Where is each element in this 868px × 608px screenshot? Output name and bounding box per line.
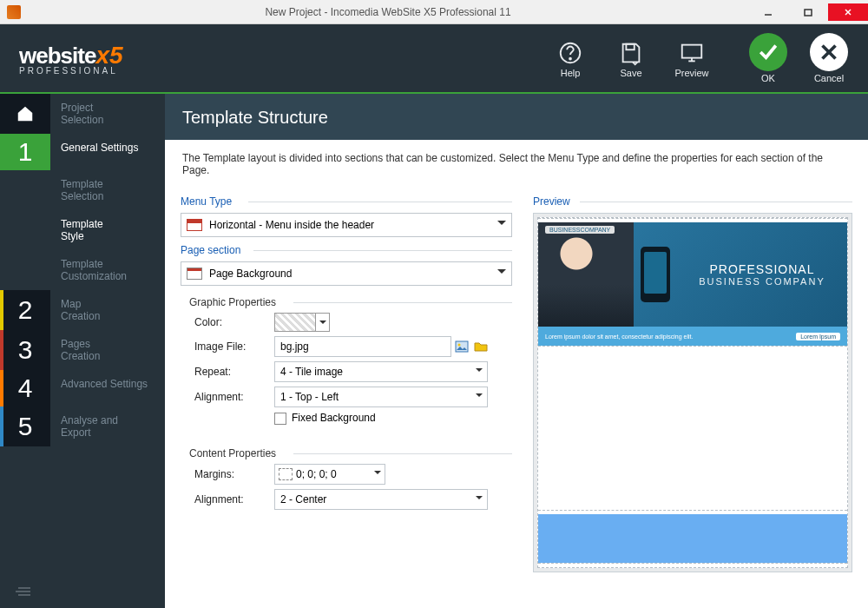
preview-label: Preview xyxy=(533,195,852,208)
svg-rect-15 xyxy=(456,341,468,352)
image-file-input[interactable] xyxy=(274,336,451,357)
sidebar-item-template-selection[interactable]: Template Selection xyxy=(50,170,114,210)
sidebar-item-map-creation[interactable]: Map Creation xyxy=(50,290,110,330)
window-close-button[interactable] xyxy=(828,3,868,21)
margins-label: Margins: xyxy=(194,468,274,480)
graphic-properties-group: Graphic Properties xyxy=(189,296,512,308)
preview-button[interactable]: Preview xyxy=(661,38,722,78)
page-section-icon xyxy=(187,268,202,280)
sidebar-item-pages-creation[interactable]: Pages Creation xyxy=(50,330,110,370)
sidebar-collapse-button[interactable] xyxy=(16,585,33,601)
repeat-select[interactable]: 4 - Tile image xyxy=(274,361,488,382)
step-number-3[interactable]: 3 xyxy=(0,330,50,370)
window-maximize-button[interactable] xyxy=(788,3,828,21)
color-label: Color: xyxy=(194,316,274,328)
app-icon xyxy=(7,5,21,19)
content-alignment-select[interactable]: 2 - Center xyxy=(274,489,488,510)
window-title: New Project - Incomedia WebSite X5 Profe… xyxy=(28,6,748,18)
page-title: Template Structure xyxy=(165,94,868,140)
save-button[interactable]: Save xyxy=(601,38,661,78)
content-alignment-label: Alignment: xyxy=(194,493,274,506)
monitor-icon xyxy=(661,38,722,68)
home-button[interactable] xyxy=(0,94,50,134)
menu-type-icon xyxy=(187,219,202,231)
fixed-background-checkbox[interactable]: Fixed Background xyxy=(274,412,488,425)
step-number-1[interactable]: 1 xyxy=(0,134,50,170)
close-icon xyxy=(810,33,848,71)
sidebar-item-analyse-export[interactable]: Analyse and Export xyxy=(50,406,128,446)
list-icon xyxy=(16,585,33,598)
window-minimize-button[interactable] xyxy=(748,3,788,21)
app-header: websitex5 PROFESSIONAL Help Save Preview… xyxy=(0,24,868,94)
svg-rect-1 xyxy=(805,10,812,16)
step-number-2[interactable]: 2 xyxy=(0,290,50,330)
preview-menubar: Lorem ipsum dolor sit amet, consectetur … xyxy=(538,327,847,346)
folder-icon xyxy=(474,340,488,354)
image-file-label: Image File: xyxy=(194,340,274,353)
step-sidebar: Project Selection 1 General Settings Tem… xyxy=(0,94,165,608)
svg-rect-6 xyxy=(626,44,634,50)
cancel-button[interactable]: Cancel xyxy=(799,33,859,83)
preview-footer xyxy=(538,514,847,563)
alignment-select[interactable]: 1 - Top - Left xyxy=(274,387,488,407)
preview-body xyxy=(538,350,847,510)
help-button[interactable]: Help xyxy=(540,38,601,78)
image-library-button[interactable] xyxy=(453,338,470,355)
color-picker[interactable] xyxy=(274,313,330,332)
sidebar-item-general-settings[interactable]: General Settings xyxy=(50,134,148,170)
margins-input[interactable]: 0; 0; 0; 0 xyxy=(274,464,385,485)
sidebar-item-template-style[interactable]: Template Style xyxy=(50,210,114,250)
margins-icon xyxy=(279,468,293,480)
preview-phone-image xyxy=(634,222,677,327)
content-properties-group: Content Properties xyxy=(189,447,512,459)
content-area: Template Structure The Template layout i… xyxy=(165,94,868,608)
sidebar-item-template-customization[interactable]: Template Customization xyxy=(50,250,137,290)
menu-type-label: Menu Type xyxy=(181,195,512,208)
sidebar-item-advanced-settings[interactable]: Advanced Settings xyxy=(50,370,158,406)
check-icon xyxy=(749,33,787,71)
preview-header: BUSINESSCOMPANY PROFESSIONALBUSINESS COM… xyxy=(538,222,847,327)
app-logo: websitex5 PROFESSIONAL xyxy=(19,42,123,76)
preview-person-image xyxy=(538,222,634,327)
svg-rect-7 xyxy=(682,45,702,58)
step-number-4[interactable]: 4 xyxy=(0,370,50,406)
svg-point-5 xyxy=(569,58,571,60)
step-number-5[interactable]: 5 xyxy=(0,406,50,446)
svg-point-16 xyxy=(458,344,461,347)
page-section-label: Page section xyxy=(181,244,512,256)
save-icon xyxy=(601,38,661,68)
sidebar-item-project-selection[interactable]: Project Selection xyxy=(50,94,114,134)
repeat-label: Repeat: xyxy=(194,366,274,378)
help-icon xyxy=(540,38,601,68)
menu-type-select[interactable]: Horizontal - Menu inside the header xyxy=(181,213,512,237)
home-icon xyxy=(16,104,35,123)
page-section-select[interactable]: Page Background xyxy=(181,261,512,286)
preview-pane: BUSINESSCOMPANY PROFESSIONALBUSINESS COM… xyxy=(533,213,852,572)
window-titlebar: New Project - Incomedia WebSite X5 Profe… xyxy=(0,0,868,24)
alignment-label: Alignment: xyxy=(194,391,274,403)
page-description: The Template layout is divided into sect… xyxy=(165,140,868,182)
ok-button[interactable]: OK xyxy=(738,33,799,83)
browse-file-button[interactable] xyxy=(472,338,490,355)
